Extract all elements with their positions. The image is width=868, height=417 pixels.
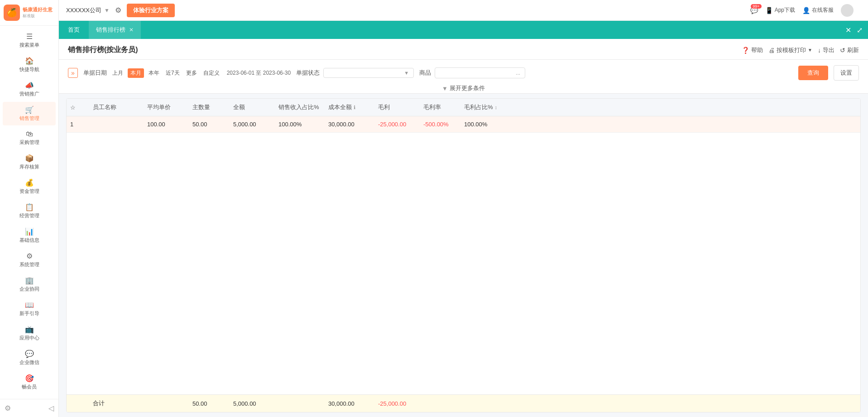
menu-icon: ☰ (26, 32, 33, 41)
window-close-icon[interactable]: ✕ (845, 26, 851, 34)
nav-label: 快捷导航 (19, 66, 39, 73)
footer-profit: -25,000.00 (374, 395, 420, 412)
nav-label: 采购管理 (19, 139, 39, 146)
tab-home[interactable]: 首页 (59, 21, 89, 39)
nav-label: 企业协同 (19, 286, 39, 292)
page-title: 销售排行榜(按业务员) (68, 45, 138, 55)
this-year-btn[interactable]: 本年 (147, 68, 161, 78)
nav-label: 营销推广 (19, 91, 39, 97)
company-selector[interactable]: XXXXXX公司 ▼ (66, 6, 110, 14)
nav-label: 基础信息 (19, 237, 39, 244)
status-select[interactable]: ▼ (323, 68, 414, 78)
refresh-icon: ↺ (840, 47, 845, 54)
footer-qty: 50.00 (189, 395, 230, 412)
star-icon: ☆ (70, 104, 76, 111)
sidebar-item-purchase[interactable]: 🛍 采购管理 (3, 126, 56, 149)
col-header-profit-ratio[interactable]: 毛利占比% ↕ (460, 99, 506, 116)
tab-close-icon[interactable]: ✕ (129, 27, 134, 33)
topbar-settings-icon[interactable]: ⚙ (115, 6, 121, 14)
this-month-btn[interactable]: 本月 (128, 68, 144, 78)
guide-icon: 📖 (25, 301, 34, 309)
sidebar-item-finance[interactable]: 💰 资金管理 (3, 175, 56, 198)
user-avatar[interactable] (841, 4, 854, 17)
tabbar: 首页 销售排行榜 ✕ ✕ ⤢ (59, 21, 868, 39)
nav-label: 销售管理 (19, 115, 39, 122)
sidebar-item-search-order[interactable]: ☰ 搜索菜单 (3, 29, 56, 52)
table-footer: 合计 50.00 5,000.00 30,000.00 -25,000.00 (67, 394, 860, 412)
col-header-cost: 成本全额 ℹ (325, 99, 374, 116)
tab-sales-rank[interactable]: 销售排行榜 ✕ (89, 21, 141, 39)
sidebar-item-enterprise[interactable]: 🏢 企业协同 (3, 273, 56, 296)
goods-more-icon: ... (516, 70, 520, 76)
col-avg-price-label: 平均单价 (147, 103, 171, 111)
refresh-button[interactable]: ↺ 刷新 (840, 46, 859, 54)
page-content: 销售排行榜(按业务员) ❓ 帮助 🖨 按模板打印 ▼ ↓ 导出 ↺ 刷新 (59, 39, 868, 417)
nav-label: 新手引导 (19, 310, 39, 317)
export-button[interactable]: ↓ 导出 (818, 46, 834, 54)
sidebar-item-marketing[interactable]: 📣 营销推广 (3, 77, 56, 101)
print-button[interactable]: 🖨 按模板打印 ▼ (768, 46, 812, 54)
sidebar-collapse-icon[interactable]: ◁ (48, 404, 54, 412)
data-table: ☆ 员工名称 平均单价 主数量 全额 销售收入占比% 成本全额 (66, 98, 861, 412)
message-badge: 99+ (751, 4, 761, 9)
nav-label: 应用中心 (19, 335, 39, 341)
operation-icon: 📋 (25, 203, 34, 211)
col-amount-label: 全额 (233, 103, 245, 111)
expand-more-button[interactable]: ▼ 展开更多条件 (442, 84, 485, 92)
sort-icon[interactable]: ↕ (495, 105, 498, 110)
sidebar-item-wechat[interactable]: 💬 企业微信 (3, 346, 56, 369)
trial-button[interactable]: 体验行业方案 (127, 4, 175, 17)
message-button[interactable]: 💬 99+ (750, 7, 758, 14)
table-row: 1 100.00 50.00 5,000.00 100.00% 30,000.0… (67, 116, 860, 133)
footer-label (67, 395, 89, 412)
last-month-btn[interactable]: 上月 (110, 68, 125, 78)
nav-label: 搜索菜单 (19, 42, 39, 48)
sidebar-item-app-center[interactable]: 📺 应用中心 (3, 321, 56, 345)
sidebar-item-sales[interactable]: 🛒 销售管理 (3, 102, 56, 125)
goods-input[interactable]: ... (435, 67, 525, 78)
home-icon: 🏠 (25, 57, 34, 65)
wechat-icon: 💬 (25, 350, 34, 358)
app-download-btn[interactable]: 📱 App下载 (765, 6, 795, 14)
system-icon: ⚙ (26, 252, 33, 260)
custom-date-btn[interactable]: 自定义 (201, 68, 221, 78)
help-button[interactable]: ❓ 帮助 (742, 46, 763, 54)
cell-rank: 1 (67, 116, 89, 132)
member-icon: 🎯 (25, 374, 34, 383)
online-service-btn[interactable]: 👤 在线客服 (802, 6, 834, 14)
sidebar-item-system[interactable]: ⚙ 系统管理 (3, 248, 56, 272)
sidebar-item-operation[interactable]: 📋 经营管理 (3, 199, 56, 223)
nav-label: 畅会员 (22, 383, 37, 390)
col-header-profit-rate: 毛利率 (420, 99, 460, 116)
query-button[interactable]: 查询 (798, 66, 828, 80)
sidebar-item-member[interactable]: 🎯 畅会员 (3, 370, 56, 394)
col-header-profit: 毛利 (374, 99, 420, 116)
tab-window-actions: ✕ ⤢ (845, 26, 868, 34)
service-icon: 👤 (802, 7, 810, 14)
cell-qty: 50.00 (189, 116, 230, 132)
last-7-days-btn[interactable]: 近7天 (164, 68, 182, 78)
col-profit-ratio-label: 毛利占比% (464, 103, 493, 111)
sidebar-item-quick-nav[interactable]: 🏠 快捷导航 (3, 53, 56, 77)
cost-tip-icon[interactable]: ℹ (354, 105, 355, 110)
sidebar-settings-icon[interactable]: ⚙ (5, 404, 11, 412)
export-label: 导出 (823, 46, 834, 54)
sidebar-item-guide[interactable]: 📖 新手引导 (3, 297, 56, 321)
more-date-btn[interactable]: 更多 (184, 68, 199, 78)
set-button[interactable]: 设置 (834, 65, 859, 81)
status-filter-group: 单据状态 ▼ (296, 68, 414, 78)
col-header-rank[interactable]: ☆ (67, 99, 89, 116)
col-header-sales-ratio: 销售收入占比% (275, 99, 325, 116)
nav-label: 资金管理 (19, 188, 39, 195)
sidebar-item-basic[interactable]: 📊 基础信息 (3, 224, 56, 247)
filter-expand-button[interactable]: » (68, 68, 78, 78)
sidebar-item-inventory[interactable]: 📦 库存核算 (3, 150, 56, 174)
sales-icon: 🛒 (25, 105, 34, 114)
topbar-right: 💬 99+ 📱 App下载 👤 在线客服 (750, 4, 861, 17)
window-maximize-icon[interactable]: ⤢ (857, 26, 863, 34)
topbar: XXXXXX公司 ▼ ⚙ 体验行业方案 💬 99+ 📱 App下载 👤 在线客服 (59, 0, 868, 21)
col-name-label: 员工名称 (93, 103, 116, 111)
cell-profit-rate: -500.00% (420, 116, 460, 132)
page-actions: ❓ 帮助 🖨 按模板打印 ▼ ↓ 导出 ↺ 刷新 (742, 46, 859, 54)
nav-label: 经营管理 (19, 212, 39, 219)
